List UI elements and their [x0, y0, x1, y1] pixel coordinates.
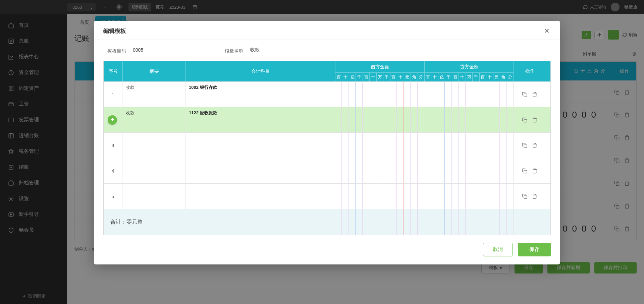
amount-cell[interactable]	[438, 133, 444, 158]
amount-cell[interactable]	[424, 158, 431, 183]
amount-cell[interactable]	[410, 82, 417, 107]
cell-subject[interactable]	[185, 184, 335, 209]
amount-cell[interactable]	[424, 82, 431, 107]
amount-cell[interactable]	[335, 158, 341, 183]
amount-cell[interactable]	[486, 133, 492, 158]
amount-cell[interactable]	[472, 158, 479, 183]
cell-debit[interactable]	[335, 82, 424, 107]
amount-cell[interactable]	[355, 82, 362, 107]
amount-cell[interactable]	[355, 107, 362, 132]
amount-cell[interactable]	[369, 82, 376, 107]
amount-cell[interactable]	[506, 158, 513, 183]
amount-cell[interactable]	[499, 133, 506, 158]
cell-summary[interactable]	[122, 184, 185, 209]
amount-cell[interactable]	[390, 158, 396, 183]
amount-cell[interactable]	[362, 107, 369, 132]
cell-credit[interactable]	[424, 133, 514, 158]
cell-subject[interactable]	[185, 158, 335, 183]
amount-cell[interactable]	[417, 158, 424, 183]
amount-cell[interactable]	[376, 133, 383, 158]
amount-cell[interactable]	[390, 82, 396, 107]
amount-cell[interactable]	[486, 158, 492, 183]
amount-cell[interactable]	[348, 209, 355, 235]
amount-cell[interactable]	[438, 209, 444, 235]
amount-cell[interactable]	[362, 158, 369, 183]
amount-cell[interactable]	[472, 184, 479, 209]
amount-cell[interactable]	[383, 82, 389, 107]
amount-cell[interactable]	[341, 107, 348, 132]
amount-cell[interactable]	[493, 107, 499, 132]
amount-cell[interactable]	[479, 209, 486, 235]
amount-cell[interactable]	[458, 184, 465, 209]
amount-cell[interactable]	[451, 184, 458, 209]
cancel-button[interactable]: 取消	[483, 243, 513, 256]
amount-cell[interactable]	[396, 158, 403, 183]
cell-summary[interactable]	[122, 133, 185, 158]
delete-row-icon[interactable]	[532, 143, 537, 148]
amount-cell[interactable]	[472, 107, 479, 132]
save-button[interactable]: 保存	[518, 243, 551, 256]
amount-cell[interactable]	[376, 107, 383, 132]
amount-cell[interactable]	[383, 209, 389, 235]
amount-cell[interactable]	[458, 209, 465, 235]
amount-cell[interactable]	[383, 184, 389, 209]
amount-cell[interactable]	[335, 184, 341, 209]
amount-cell[interactable]	[404, 158, 410, 183]
amount-cell[interactable]	[506, 82, 513, 107]
amount-cell[interactable]	[493, 82, 499, 107]
amount-cell[interactable]	[424, 184, 431, 209]
delete-row-icon[interactable]	[532, 168, 537, 174]
amount-cell[interactable]	[431, 209, 437, 235]
amount-cell[interactable]	[369, 184, 376, 209]
amount-cell[interactable]	[355, 209, 362, 235]
amount-cell[interactable]	[335, 209, 341, 235]
amount-cell[interactable]	[369, 133, 376, 158]
amount-cell[interactable]	[499, 82, 506, 107]
cell-debit[interactable]	[335, 107, 424, 132]
amount-cell[interactable]	[444, 82, 451, 107]
amount-cell[interactable]	[341, 209, 348, 235]
amount-cell[interactable]	[506, 107, 513, 132]
amount-cell[interactable]	[369, 107, 376, 132]
amount-cell[interactable]	[362, 82, 369, 107]
amount-cell[interactable]	[431, 184, 437, 209]
amount-cell[interactable]	[417, 209, 424, 235]
amount-cell[interactable]	[396, 209, 403, 235]
template-name-input[interactable]	[248, 46, 315, 54]
cell-summary[interactable]	[122, 158, 185, 183]
cell-summary[interactable]: 收款	[122, 82, 185, 107]
amount-cell[interactable]	[335, 107, 341, 132]
amount-cell[interactable]	[438, 107, 444, 132]
amount-cell[interactable]	[479, 82, 486, 107]
amount-cell[interactable]	[348, 133, 355, 158]
cell-summary[interactable]: 收款	[122, 107, 185, 132]
amount-cell[interactable]	[376, 209, 383, 235]
amount-cell[interactable]	[479, 158, 486, 183]
amount-cell[interactable]	[486, 209, 492, 235]
amount-cell[interactable]	[410, 209, 417, 235]
cell-subject[interactable]	[185, 133, 335, 158]
delete-row-icon[interactable]	[532, 117, 537, 123]
amount-cell[interactable]	[499, 107, 506, 132]
amount-cell[interactable]	[472, 82, 479, 107]
cell-credit[interactable]	[424, 82, 514, 107]
copy-row-icon[interactable]	[522, 92, 527, 97]
amount-cell[interactable]	[479, 107, 486, 132]
amount-cell[interactable]	[355, 158, 362, 183]
add-row-button[interactable]: +	[108, 115, 117, 125]
amount-cell[interactable]	[417, 82, 424, 107]
amount-cell[interactable]	[444, 133, 451, 158]
amount-cell[interactable]	[438, 158, 444, 183]
amount-cell[interactable]	[390, 184, 396, 209]
amount-cell[interactable]	[341, 133, 348, 158]
amount-cell[interactable]	[376, 184, 383, 209]
close-icon[interactable]: ✕	[543, 27, 551, 35]
amount-cell[interactable]	[458, 82, 465, 107]
amount-cell[interactable]	[465, 158, 472, 183]
amount-cell[interactable]	[438, 184, 444, 209]
amount-cell[interactable]	[376, 82, 383, 107]
amount-cell[interactable]	[472, 133, 479, 158]
amount-cell[interactable]	[444, 107, 451, 132]
amount-cell[interactable]	[335, 133, 341, 158]
amount-cell[interactable]	[465, 209, 472, 235]
